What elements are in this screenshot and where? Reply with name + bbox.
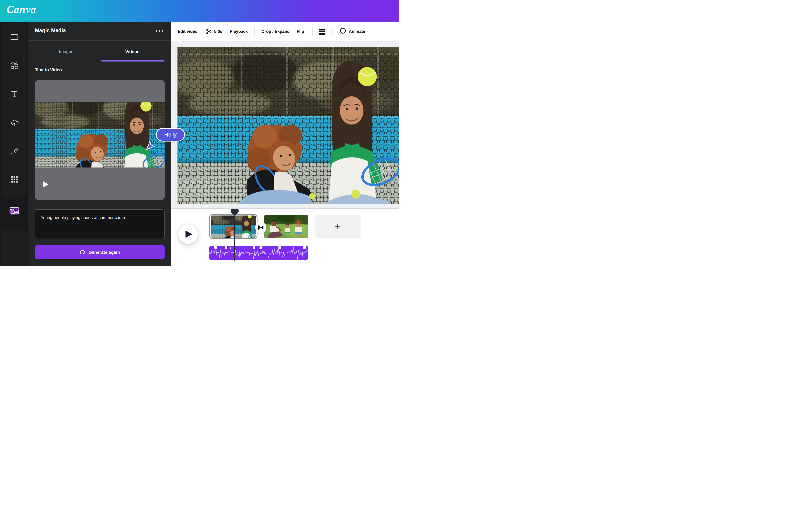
audio-waveform-path: [209, 246, 308, 260]
timeline: +: [171, 209, 399, 266]
clip-thumbnail: [211, 215, 256, 238]
audio-gap-marker: [260, 245, 263, 249]
canva-logo[interactable]: Canva: [7, 3, 36, 15]
apps-grid-icon: [11, 176, 18, 183]
crop-expand-button[interactable]: Crop / Expand: [262, 29, 290, 34]
section-title: Text to Video: [35, 67, 62, 72]
flip-button[interactable]: Flip: [297, 29, 304, 34]
audio-gap-marker: [253, 245, 255, 249]
add-clip-label: +: [335, 221, 341, 232]
playback-button[interactable]: Playback: [230, 29, 248, 34]
sidebar-item-draw[interactable]: [0, 148, 28, 155]
magic-media-app-icon: [10, 207, 19, 214]
upload-cloud-icon: [10, 119, 19, 126]
video-preview-frame: [35, 102, 165, 168]
sidebar-icon-group: [1, 23, 27, 197]
tab-images[interactable]: Images: [59, 49, 73, 54]
more-options-icon[interactable]: [156, 30, 163, 32]
timeline-clip-selected[interactable]: [209, 214, 258, 239]
playhead-pin[interactable]: [231, 209, 239, 217]
animate-icon: [338, 28, 346, 35]
design-icon: [11, 34, 18, 40]
tab-videos[interactable]: Videos: [125, 49, 139, 54]
add-clip-button[interactable]: +: [315, 215, 361, 239]
scissors-icon: [205, 28, 212, 35]
audio-gap-marker: [225, 245, 227, 249]
refresh-icon: [80, 249, 86, 255]
sidebar-divider: [3, 197, 25, 197]
animate-label: Animate: [349, 29, 365, 34]
audio-track[interactable]: [209, 246, 308, 260]
toolbar-divider: [312, 27, 313, 36]
timeline-clip[interactable]: [264, 215, 308, 239]
animate-button[interactable]: Animate: [338, 28, 365, 35]
sidebar-item-uploads[interactable]: [0, 119, 28, 126]
sidebar-item-design[interactable]: [0, 34, 28, 40]
play-icon: [185, 230, 192, 238]
sidebar-item-magic-media[interactable]: [0, 207, 28, 214]
top-brand-bar: Canva: [0, 0, 399, 22]
sidebar-item-text[interactable]: [0, 91, 28, 98]
timeline-play-button[interactable]: [178, 225, 198, 244]
video-page-on-canvas[interactable]: [177, 47, 399, 204]
generated-video-preview[interactable]: [35, 80, 165, 200]
audio-gap-marker: [279, 245, 281, 249]
panel-tabs: Images Videos: [28, 41, 171, 64]
preview-play-icon[interactable]: [43, 181, 48, 188]
sidebar-bottom-group: [1, 229, 27, 266]
sidebar: [0, 22, 28, 266]
panel-header: Magic Media: [28, 22, 171, 41]
transition-button[interactable]: [255, 222, 266, 233]
generate-again-button[interactable]: Generate again: [35, 245, 165, 259]
audio-gap-marker: [214, 245, 217, 249]
arrange-bars-icon: [318, 28, 326, 35]
elements-icon: [11, 62, 18, 70]
toolbar-divider: [254, 27, 255, 36]
transition-bowtie-icon: [258, 225, 264, 230]
clip-duration-label: 5.0s: [214, 29, 222, 34]
sidebar-item-elements[interactable]: [0, 62, 28, 70]
canvas-area: [171, 41, 399, 209]
text-icon: [11, 91, 18, 98]
audio-gap-marker: [303, 245, 306, 249]
magic-media-panel: Magic Media Images Videos Text to Video …: [28, 22, 171, 266]
panel-title: Magic Media: [35, 27, 66, 34]
position-button[interactable]: [318, 28, 326, 35]
sidebar-item-apps[interactable]: [0, 176, 28, 183]
active-tab-underline: [101, 60, 165, 61]
generate-again-label: Generate again: [89, 250, 120, 255]
edit-video-button[interactable]: Edit video: [178, 29, 197, 34]
playhead-line[interactable]: [234, 214, 235, 261]
canva-video-editor: Canva: [0, 0, 399, 266]
trim-duration-button[interactable]: 5.0s: [205, 28, 222, 35]
prompt-input[interactable]: Young people playing sports at summer ca…: [35, 209, 165, 239]
draw-icon: [11, 148, 18, 155]
editor-toolbar: Edit video 5.0s Playback Crop / Expand F…: [171, 22, 399, 41]
toolbar-divider: [331, 27, 332, 36]
